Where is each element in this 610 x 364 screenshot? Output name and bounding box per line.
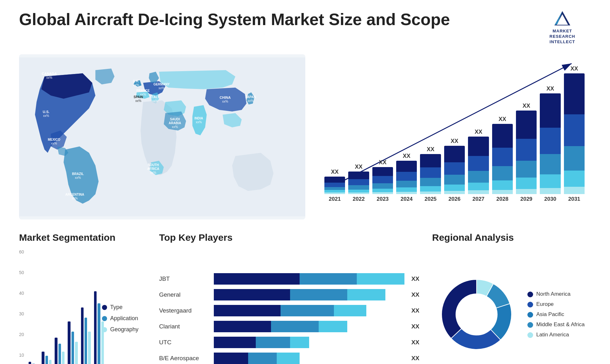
player-bar-wrap <box>214 289 404 300</box>
seg-bar-0 <box>68 321 70 364</box>
seg-bar-1 <box>71 332 74 364</box>
bar-stacked <box>540 93 560 194</box>
bar-segment-1 <box>468 156 489 171</box>
player-name: General <box>159 291 210 298</box>
player-name: Vestergaard <box>159 307 210 314</box>
player-bar-mid <box>256 337 290 348</box>
bar-segment-3 <box>324 190 345 192</box>
bar-chart-x-labels: 2021202220232024202520262027202820292030… <box>324 196 585 202</box>
bar-group: XX <box>444 138 465 194</box>
bar-year-label: 2021 <box>324 196 345 202</box>
bar-group: XX <box>468 129 489 194</box>
bar-stacked <box>564 73 585 194</box>
players-title: Top Key Players <box>159 232 419 243</box>
seg-bar-0 <box>94 291 97 364</box>
bar-segment-0 <box>348 172 369 179</box>
bar-segment-3 <box>516 178 537 189</box>
bar-segment-1 <box>540 128 560 154</box>
seg-bar-0 <box>42 352 44 364</box>
bar-group: XX <box>492 116 513 194</box>
player-bar-inner <box>214 321 404 332</box>
player-row: ClariantXX <box>159 321 419 332</box>
bar-segment-0 <box>420 154 441 167</box>
seg-year-bars <box>55 338 64 364</box>
bar-year-label: 2025 <box>420 196 441 202</box>
svg-text:SPAIN: SPAIN <box>133 95 143 99</box>
bar-group: XX <box>348 164 369 194</box>
svg-text:ARABIA: ARABIA <box>169 121 181 125</box>
player-bar-light <box>357 273 404 285</box>
bar-stacked <box>468 137 489 194</box>
seg-year-bars <box>29 362 38 364</box>
svg-text:xx%: xx% <box>247 99 254 103</box>
bar-segment-0 <box>396 161 417 172</box>
bar-segment-4 <box>492 190 513 194</box>
bar-value-label: XX <box>331 169 339 175</box>
svg-text:xx%: xx% <box>172 125 178 129</box>
player-row: VestergaardXX <box>159 305 419 316</box>
bar-segment-1 <box>372 176 393 183</box>
bar-value-label: XX <box>546 85 554 92</box>
svg-text:FRANCE: FRANCE <box>137 89 150 92</box>
seg-year-bars <box>81 307 91 364</box>
seg-year-bars <box>42 352 51 364</box>
reg-legend-label: Europe <box>536 301 554 307</box>
player-name: UTC <box>159 339 210 346</box>
svg-text:JAPAN: JAPAN <box>245 95 256 99</box>
seg-year-group: 2021 <box>29 362 38 364</box>
reg-legend-item: Latin America <box>527 332 591 338</box>
seg-bar-0 <box>55 338 57 364</box>
bar-chart-wrapper: XXXXXXXXXXXXXXXXXXXXXX 20212022202320242… <box>324 61 585 216</box>
seg-bar-1 <box>85 318 87 364</box>
player-bar-inner <box>214 353 404 364</box>
bar-segment-4 <box>516 189 537 194</box>
bar-chart-container: XXXXXXXXXXXXXXXXXXXXXX 20212022202320242… <box>318 54 591 219</box>
bar-segment-2 <box>348 185 369 190</box>
bar-group: XX <box>420 146 441 194</box>
seg-year-group: 2025 <box>81 307 91 364</box>
player-row: GeneralXX <box>159 289 419 300</box>
seg-bar-2 <box>49 360 51 364</box>
bar-segment-0 <box>492 124 513 148</box>
page-title: Global Aircraft De-Icing System Market S… <box>19 10 450 29</box>
svg-text:xx%: xx% <box>135 99 141 103</box>
player-value: XX <box>411 339 419 346</box>
reg-legend-label: Middle East & Africa <box>536 321 585 328</box>
player-name: Clariant <box>159 323 210 330</box>
svg-text:U.K.: U.K. <box>133 79 139 83</box>
bar-group: XX <box>540 85 560 194</box>
seg-legend-item: Application <box>102 315 146 322</box>
bar-segment-4 <box>324 192 345 194</box>
player-bar-light <box>290 337 309 348</box>
svg-text:U.S.: U.S. <box>43 110 49 114</box>
bar-segment-2 <box>468 171 489 183</box>
seg-bars-area: 202120222023202420252026 <box>29 249 96 364</box>
player-value: XX <box>411 355 419 362</box>
player-bar-inner <box>214 305 404 316</box>
svg-text:xx%: xx% <box>51 142 57 145</box>
seg-year-group: 2022 <box>42 352 51 364</box>
seg-year-bars <box>94 291 104 364</box>
svg-text:MEXICO: MEXICO <box>48 138 60 141</box>
legend-label: Geography <box>110 326 139 333</box>
svg-text:xx%: xx% <box>196 120 202 124</box>
bar-segment-3 <box>372 189 393 192</box>
player-row: JBTXX <box>159 273 419 285</box>
bar-stacked <box>396 161 417 194</box>
svg-text:xx%: xx% <box>75 176 81 179</box>
seg-bar-0 <box>81 307 84 364</box>
bar-segment-4 <box>420 192 441 194</box>
segmentation-panel: Market Segmentation 6050403020100 202120… <box>19 232 146 364</box>
regional-legend: North AmericaEuropeAsia PacificMiddle Ea… <box>527 291 591 338</box>
bar-value-label: XX <box>523 103 530 109</box>
player-bar-light <box>347 289 385 300</box>
bar-segment-3 <box>444 185 465 191</box>
bottom-section: Market Segmentation 6050403020100 202120… <box>19 232 591 364</box>
map-container: CANADA xx% U.S. xx% MEXICO xx% BRAZIL xx… <box>19 54 305 219</box>
seg-legend-item: Geography <box>102 326 146 333</box>
svg-text:CHINA: CHINA <box>220 96 231 99</box>
svg-text:ARGENTINA: ARGENTINA <box>65 193 84 196</box>
bar-segment-2 <box>324 187 345 190</box>
seg-year-bars <box>68 321 78 364</box>
seg-bar-1 <box>98 303 100 364</box>
